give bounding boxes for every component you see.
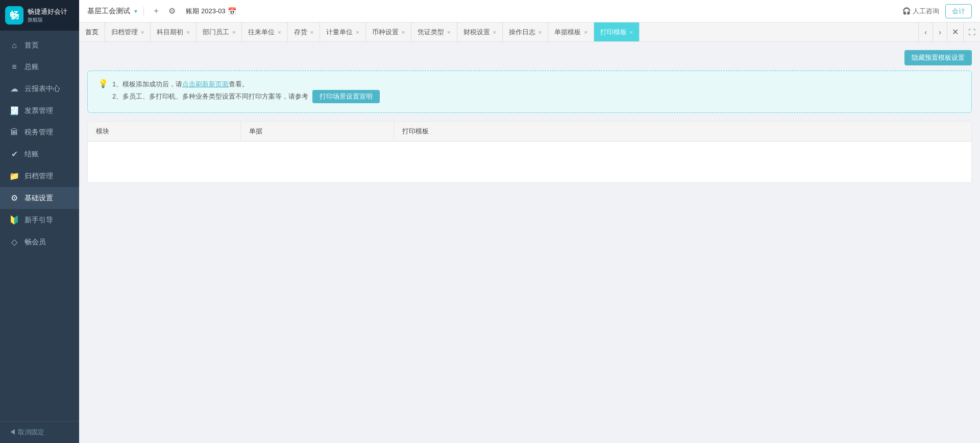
refresh-link[interactable]: 点击刷新新页面 — [182, 80, 229, 88]
tab-close-operation-log[interactable]: × — [538, 29, 542, 35]
tab-close-all-button[interactable]: ✕ — [947, 22, 964, 42]
company-name: 基层工会测试 — [87, 7, 130, 16]
sidebar-item-archive[interactable]: 📁 归档管理 — [0, 165, 79, 187]
add-tab-button[interactable]: ＋ — [150, 5, 162, 17]
column-module: 模块 — [88, 122, 241, 141]
tab-close-department[interactable]: × — [232, 29, 235, 35]
column-print-template: 打印模板 — [394, 122, 971, 141]
sidebar-item-home[interactable]: ⌂ 首页 — [0, 35, 79, 56]
sidebar-item-reports[interactable]: ☁ 云报表中心 — [0, 78, 79, 100]
sidebar-item-settings[interactable]: ⚙ 基础设置 — [0, 187, 79, 209]
topbar-right: 🎧 人工咨询 会计 — [902, 4, 972, 18]
invoice-icon: 🧾 — [9, 106, 19, 115]
topbar: 基层工会测试 ▾ ＋ ⚙ 账期 2023-03 📅 🎧 人工咨询 会计 — [79, 0, 980, 22]
hide-preset-template-button[interactable]: 隐藏预置模板设置 — [904, 50, 972, 65]
sidebar-item-invoice[interactable]: 🧾 发票管理 — [0, 100, 79, 122]
tab-vendor[interactable]: 往来单位 × — [242, 22, 287, 42]
tab-tax-settings[interactable]: 财税设置 × — [457, 22, 503, 42]
sidebar-item-member[interactable]: ◇ 畅会员 — [0, 231, 79, 253]
settings-gear-button[interactable]: ⚙ — [166, 5, 178, 17]
company-dropdown-icon[interactable]: ▾ — [134, 8, 137, 15]
tab-print-template[interactable]: 打印模板 × — [594, 22, 640, 42]
tab-next-button[interactable]: › — [933, 22, 947, 42]
kuaiji-button[interactable]: 会计 — [945, 4, 972, 18]
tab-close-inventory[interactable]: × — [310, 29, 313, 35]
notice-line-2: 2、多员工、多打印机、多种业务类型设置不同打印方案等，请参考 打印场景设置宣明 — [112, 90, 380, 103]
archive-icon: 📁 — [9, 171, 19, 181]
table-body — [88, 142, 971, 182]
cancel-fixed-button[interactable]: ◀ 取消固定 — [0, 421, 79, 443]
content-area: 隐藏预置模板设置 💡 1、模板添加成功后，请点击刷新新页面查看。 2、多员工、多… — [79, 42, 980, 443]
tab-close-tax-settings[interactable]: × — [493, 29, 496, 35]
tab-department[interactable]: 部门员工 × — [197, 22, 242, 42]
tab-operation-log[interactable]: 操作日志 × — [503, 22, 548, 42]
tab-close-archive[interactable]: × — [141, 29, 144, 35]
tab-close-vendor[interactable]: × — [278, 29, 281, 35]
guide-icon: 🔰 — [9, 215, 19, 225]
tab-currency[interactable]: 币种设置 × — [366, 22, 411, 42]
sidebar-item-guide[interactable]: 🔰 新手引导 — [0, 209, 79, 231]
check-icon: ✔ — [9, 149, 19, 159]
home-icon: ⌂ — [9, 41, 19, 50]
calendar-icon[interactable]: 📅 — [228, 7, 236, 15]
logo-icon: 畅 — [5, 6, 23, 25]
sidebar-item-tax[interactable]: 🏛 税务管理 — [0, 122, 79, 143]
table-header: 模块 单据 打印模板 — [88, 122, 971, 142]
tab-unit[interactable]: 计量单位 × — [320, 22, 365, 42]
tab-inventory[interactable]: 存货 × — [288, 22, 320, 42]
sidebar-item-ledger[interactable]: ≡ 总账 — [0, 56, 79, 78]
divider — [143, 7, 144, 16]
sidebar-nav: ⌂ 首页 ≡ 总账 ☁ 云报表中心 🧾 发票管理 🏛 税务管理 ✔ 结账 📁 归… — [0, 31, 79, 421]
notice-box: 💡 1、模板添加成功后，请点击刷新新页面查看。 2、多员工、多打印机、多种业务类… — [87, 71, 972, 113]
bulb-icon: 💡 — [98, 79, 108, 88]
data-table: 模块 单据 打印模板 — [87, 121, 972, 183]
tab-prev-button[interactable]: ‹ — [919, 22, 933, 42]
sidebar-item-closing[interactable]: ✔ 结账 — [0, 143, 79, 165]
period-display: 账期 2023-03 📅 — [186, 7, 236, 16]
tab-subject[interactable]: 科目期初 × — [151, 22, 196, 42]
tab-close-voucher-type[interactable]: × — [447, 29, 450, 35]
settings-icon: ⚙ — [9, 193, 19, 203]
hide-template-section: 隐藏预置模板设置 — [87, 50, 972, 65]
tab-navigation: ‹ › ✕ ⛶ — [918, 22, 980, 42]
tab-close-unit[interactable]: × — [356, 29, 359, 35]
print-scene-button[interactable]: 打印场景设置宣明 — [312, 90, 380, 103]
tab-close-currency[interactable]: × — [402, 29, 405, 35]
notice-row-1: 💡 1、模板添加成功后，请点击刷新新页面查看。 2、多员工、多打印机、多种业务类… — [98, 78, 961, 103]
logo-text: 畅捷通好会计 旗舰版 — [28, 8, 67, 23]
notice-line-1: 1、模板添加成功后，请点击刷新新页面查看。 — [112, 78, 380, 90]
main-area: 基层工会测试 ▾ ＋ ⚙ 账期 2023-03 📅 🎧 人工咨询 会计 首页 归… — [79, 0, 980, 443]
ledger-icon: ≡ — [9, 62, 19, 72]
tab-single-form[interactable]: 单据模板 × — [548, 22, 594, 42]
sidebar: 畅 畅捷通好会计 旗舰版 ⌂ 首页 ≡ 总账 ☁ 云报表中心 🧾 发票管理 🏛 … — [0, 0, 79, 443]
tax-icon: 🏛 — [9, 128, 19, 137]
member-icon: ◇ — [9, 237, 19, 247]
column-receipt: 单据 — [241, 122, 394, 141]
logo: 畅 畅捷通好会计 旗舰版 — [0, 0, 79, 31]
notice-text-block: 1、模板添加成功后，请点击刷新新页面查看。 2、多员工、多打印机、多种业务类型设… — [112, 78, 380, 103]
tabbar: 首页 归档管理 × 科目期初 × 部门员工 × 往来单位 × 存货 × 计量单位… — [79, 22, 980, 42]
tab-voucher-type[interactable]: 凭证类型 × — [411, 22, 457, 42]
tab-archive[interactable]: 归档管理 × — [105, 22, 151, 42]
tab-close-subject[interactable]: × — [186, 29, 189, 35]
cloud-icon: ☁ — [9, 84, 19, 94]
tab-close-single-form[interactable]: × — [584, 29, 587, 35]
headset-icon: 🎧 — [902, 7, 911, 15]
tab-close-print-template[interactable]: × — [630, 29, 633, 35]
service-button[interactable]: 🎧 人工咨询 — [902, 7, 939, 16]
tab-expand-button[interactable]: ⛶ — [964, 22, 980, 42]
tab-home[interactable]: 首页 — [79, 22, 105, 42]
